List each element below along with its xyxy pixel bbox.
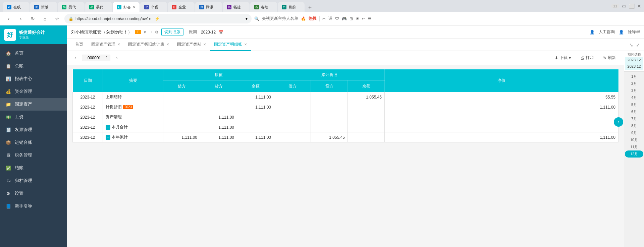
browser-tab-geshui[interactable]: 个 个税 (140, 2, 167, 12)
browser-tab-yidai2[interactable]: 易 易代 (85, 2, 112, 12)
back-button[interactable]: ‹ (4, 14, 13, 23)
tab-asset-detail-ledger-label: 固定资产明细账 (214, 42, 242, 47)
maximize-icon[interactable]: ⬜ (629, 3, 635, 9)
minimize-icon[interactable]: ▭ (622, 3, 626, 9)
cell-dep-balance (348, 122, 385, 132)
tab-depreciation-stat[interactable]: 固定资产折旧统计表 ✕ (124, 39, 173, 51)
new-tab-button[interactable]: + (305, 3, 315, 12)
sidebar-item-home[interactable]: 🏠 首页 (0, 47, 67, 60)
month-item-5[interactable]: 5月 (625, 101, 643, 108)
sidebar-item-reports[interactable]: 📊 报表中心 (0, 72, 67, 85)
sidebar-tax-label: 税务管理 (15, 152, 32, 158)
table-row: 2023-12 计提折旧2023 1,111.00 1,111.00 (73, 102, 619, 112)
cell-date: 2023-12 (73, 132, 103, 142)
sidebar-menu: 🏠 首页 📋 总账 📊 报表中心 💰 资金管理 📁 固定资产 💵 工资 (0, 44, 67, 247)
refresh-button[interactable]: ↻ 刷新 (600, 54, 619, 62)
period-value: 2023-12 (201, 30, 216, 35)
browser-tab-yidai1[interactable]: 易 易代 (58, 2, 85, 12)
browser-tab-new[interactable]: 新 新版 (30, 2, 57, 12)
month-item-8[interactable]: 8月 (625, 122, 643, 129)
month-item-12[interactable]: 12月 (625, 150, 643, 158)
browser-tab-changjie[interactable]: 畅 畅捷 (223, 2, 250, 12)
th-depreciation: 累计折旧 (274, 69, 385, 81)
cell-net-value (385, 122, 619, 132)
sidebar-item-salary[interactable]: 💵 工资 (0, 111, 67, 123)
period-date-2[interactable]: 2023.12 (625, 63, 643, 70)
sidebar-item-ledger[interactable]: 📋 总账 (0, 60, 67, 72)
bookmark-button[interactable]: ☆ (52, 14, 62, 23)
refresh-button[interactable]: ↻ (28, 14, 38, 23)
period-date-1[interactable]: 2023.12 (625, 57, 643, 63)
cell-orig-balance: 1,111.00 (237, 132, 274, 142)
switch-version-button[interactable]: 切到旧版 (161, 28, 183, 36)
sidebar-item-archive[interactable]: 🗂 归档管理 (0, 174, 67, 187)
sidebar-item-invoice[interactable]: 🧾 发票管理 (0, 123, 67, 136)
browser-tab-active[interactable]: 好 好会 ✕ (113, 2, 140, 12)
page-input-group: 1 (82, 55, 110, 61)
sidebar-item-tax[interactable]: 🏛 税务管理 (0, 149, 67, 162)
app-container: 好 畅捷通好会计 专业版 🏠 首页 📋 总账 📊 报表中心 💰 资金管理 (0, 25, 644, 247)
sidebar-item-settings[interactable]: ⚙ 设置 (0, 187, 67, 200)
month-item-7[interactable]: 7月 (625, 115, 643, 122)
cell-orig-credit: 1,111.00 (200, 112, 237, 122)
browser-tab-enterprise[interactable]: 企 企业 (168, 2, 195, 12)
sidebar-item-funds[interactable]: 💰 资金管理 (0, 85, 67, 98)
tab-asset-detail-ledger[interactable]: 固定资产明细账 ✕ (210, 39, 251, 51)
settings-company-icon[interactable]: ⚙ (155, 30, 159, 35)
tab-minimize-icon[interactable]: ⤡ (629, 42, 633, 48)
prev-arrow[interactable]: ‹ (72, 55, 78, 61)
tab-close-fixed-asset-management[interactable]: ✕ (117, 43, 120, 46)
browser-tab-tencent[interactable]: 腾 腾讯 (195, 2, 222, 12)
browser-tab-online[interactable]: e 在线 (3, 2, 30, 12)
th-date: 日期 (73, 69, 103, 92)
url-bar[interactable]: 🔒 https://cloud.chanjet.com/accounting/u… (64, 14, 252, 23)
dropdown-icon[interactable]: ▾ (144, 30, 146, 35)
home-button[interactable]: ⌂ (40, 14, 50, 23)
sidebar-item-guide[interactable]: 📘 新手引导 (0, 200, 67, 212)
month-item-10[interactable]: 10月 (625, 136, 643, 143)
month-item-6[interactable]: 6月 (625, 108, 643, 115)
calendar-icon[interactable]: 📅 (218, 30, 223, 35)
shield-icon: 🛡 (335, 16, 339, 21)
next-arrow[interactable]: › (114, 55, 120, 61)
scroll-up-icon[interactable]: ↑ (614, 117, 623, 127)
sidebar-item-sales[interactable]: 📦 进销台账 (0, 136, 67, 149)
tab-asset-category[interactable]: 固定资产类别 ✕ (173, 39, 210, 51)
tab-home[interactable]: 首页 (71, 39, 87, 51)
cell-summary: +本年累计 (103, 132, 163, 142)
tab-close-depreciation-stat[interactable]: ✕ (166, 43, 169, 46)
sidebar-item-closing[interactable]: ✅ 结账 (0, 162, 67, 174)
month-item-1[interactable]: 1月 (625, 73, 643, 80)
company-name[interactable]: 刘小艳演示账套（勿删勿动！） (71, 29, 132, 35)
download-button[interactable]: ⬇ 下载 ▾ (552, 54, 574, 62)
help-text[interactable]: 人工咨询 (599, 29, 615, 35)
tab-fixed-asset-management[interactable]: 固定资产管理 ✕ (87, 39, 124, 51)
month-item-9[interactable]: 9月 (625, 129, 643, 136)
month-item-4[interactable]: 4月 (625, 94, 643, 101)
close-window-icon[interactable]: ✕ (637, 3, 641, 9)
browser-tabs-bar: e 在线 新 新版 易 易代 易 易代 好 好会 ✕ 个 个税 企 企业 腾 (0, 0, 644, 12)
add-company-icon[interactable]: + (150, 30, 152, 35)
nav-arrows-right: › (114, 55, 120, 61)
print-button[interactable]: 🖨 打印 (578, 54, 596, 62)
tab-close-asset-category[interactable]: ✕ (203, 43, 206, 46)
browser-tab-muqian[interactable]: 目 目前 (278, 2, 305, 12)
company-badge: 11 (135, 30, 141, 34)
cell-dep-credit (311, 102, 348, 112)
month-item-11[interactable]: 11月 (625, 143, 643, 150)
month-item-2[interactable]: 2月 (625, 80, 643, 87)
th-dep-balance: 余额 (348, 81, 385, 92)
forward-button[interactable]: › (16, 14, 25, 23)
tab-close-icon[interactable]: ✕ (133, 5, 136, 9)
nav-arrows: ‹ (72, 55, 78, 61)
browser-tab-gedi[interactable]: 各 各地 (250, 2, 277, 12)
sidebar-item-fixed-assets[interactable]: 📁 固定资产 (0, 98, 67, 111)
tab-close-asset-detail-ledger[interactable]: ✕ (244, 43, 247, 46)
cell-dep-credit (311, 112, 348, 122)
menu-icon[interactable]: ☰ (368, 16, 372, 21)
month-item-3[interactable]: 3月 (625, 87, 643, 94)
dropdown-icon[interactable]: ▾ (246, 16, 248, 21)
download-dropdown-icon[interactable]: ▾ (569, 56, 571, 60)
page-number-input[interactable] (84, 56, 104, 60)
tab-maximize-icon[interactable]: ⤢ (636, 42, 640, 48)
